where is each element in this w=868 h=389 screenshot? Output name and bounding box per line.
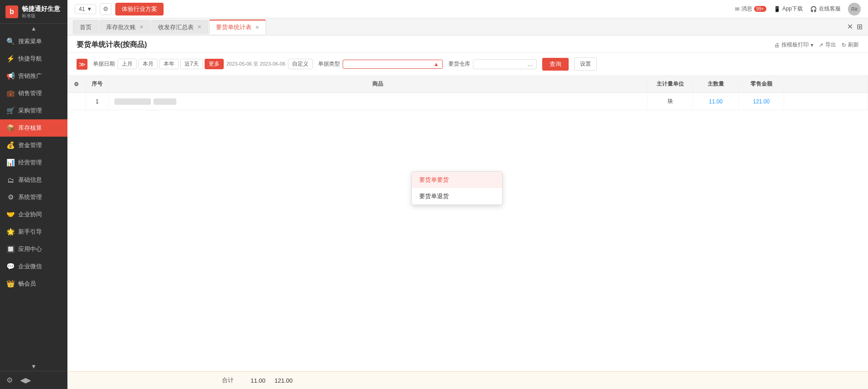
more-dates-button[interactable]: 更多 [205,59,224,69]
col-product-header: 商品 [108,76,647,93]
app-logo-icon: b [5,5,18,18]
page-actions: 🖨 按模板打印 ▾ ↗ 导出 ↻ 刷新 [774,41,859,49]
this-month-button[interactable]: 本月 [139,59,158,69]
sidebar-item-sales[interactable]: 💼 销售管理 [0,85,67,102]
expand-tabs-button[interactable]: ⊞ [857,22,863,31]
newbie-icon: 🌟 [6,228,15,236]
type-input[interactable] [347,61,433,67]
close-all-tabs-button[interactable]: ✕ [847,22,853,31]
messages-button[interactable]: ✉ 消息 99+ [735,5,766,13]
sidebar: b 畅捷通好生意 标准版 ▲ 🔍 搜索菜单 ⚡ 快捷导航 📢 营销推广 💼 销售… [0,0,67,389]
row-amount-cell: 121.00 [739,93,784,110]
export-button[interactable]: ↗ 导出 [819,41,836,49]
wechat-icon: 💬 [6,262,15,271]
last-month-button[interactable]: 上月 [118,59,137,69]
date-shortcuts: 上月 本月 本年 近7天 更多 [118,59,224,69]
col-settings-header[interactable]: ⚙ [67,76,86,93]
app-logo-text: 畅捷通好生意 标准版 [22,5,60,19]
query-button[interactable]: 查询 [542,58,569,71]
type-filter-group: 单据类型 ▲ [318,60,443,69]
type-select[interactable]: ▲ [343,60,443,69]
marketing-icon: 📢 [6,72,15,80]
app-download-button[interactable]: 📱 App下载 [774,5,803,13]
topbar: 41 ▼ ⚙ 体验行业方案 ✉ 消息 99+ 📱 App下载 🎧 在线客服 Ri… [67,0,868,18]
sidebar-item-inventory[interactable]: 📦 库存核算 [0,119,67,137]
col-unit-header: 主计量单位 [647,76,693,93]
sidebar-item-appstore[interactable]: 🔲 应用中心 [0,241,67,258]
tabs-bar: 首页 库存批次账 ✕ 收发存汇总表 ✕ 要货单统计表 ✕ ✕ ⊞ [67,18,868,36]
sidebar-item-newbie[interactable]: 🌟 新手引导 [0,223,67,241]
this-year-button[interactable]: 本年 [159,59,179,69]
custom-date-button[interactable]: 自定义 [288,59,313,69]
finance-icon: 💰 [6,141,15,149]
sidebar-item-basic[interactable]: 🗂 基础信息 [0,171,67,189]
row-unit-cell: 块 [647,93,693,110]
user-avatar[interactable]: Rit [848,3,861,15]
sidebar-toggle-icon[interactable]: ◀▶ [20,376,31,384]
chevron-down-icon: ▾ [811,42,813,48]
filter-expand-button[interactable]: ≫ [77,59,87,70]
table-wrapper: ⚙ 序号 商品 主计量单位 主数量 零售金额 1 [67,76,868,371]
row-no-cell: 1 [86,93,108,110]
close-tab-receive-summary[interactable]: ✕ [197,24,201,30]
sidebar-item-finance[interactable]: 💰 资金管理 [0,137,67,154]
page-header: 要货单统计表(按商品) 🖨 按模板打印 ▾ ↗ 导出 ↻ 刷新 [67,36,868,53]
sidebar-item-marketing[interactable]: 📢 营销推广 [0,67,67,85]
type-dropdown-menu: 要货单要货 要货单退货 [411,171,503,205]
tab-order-stats[interactable]: 要货单统计表 ✕ [209,20,266,34]
dropdown-item-order[interactable]: 要货单要货 [412,172,502,188]
tab-receive-summary[interactable]: 收发存汇总表 ✕ [151,20,208,34]
message-icon: ✉ [735,6,740,12]
sidebar-nav: 🔍 搜索菜单 ⚡ 快捷导航 📢 营销推广 💼 销售管理 🛒 采购管理 📦 库存核… [0,33,67,362]
filter-settings-button[interactable]: 设置 [574,57,597,71]
row-extra-cell [784,93,868,110]
service-icon: 🎧 [810,6,817,12]
store-selector[interactable]: 41 ▼ [75,4,96,14]
col-qty-header: 主数量 [693,76,739,93]
refresh-button[interactable]: ↻ 刷新 [842,41,859,49]
tab-batch-inventory[interactable]: 库存批次账 ✕ [99,20,150,34]
sidebar-item-quick-nav[interactable]: ⚡ 快捷导航 [0,50,67,67]
warehouse-select[interactable]: … [473,59,537,69]
purchase-icon: 🛒 [6,107,15,115]
sidebar-item-operation[interactable]: 📊 经营管理 [0,154,67,171]
footer-label: 合计 [214,376,241,384]
product-placeholder-2 [154,98,176,105]
row-qty-cell: 11.00 [693,93,739,110]
sidebar-item-search[interactable]: 🔍 搜索菜单 [0,33,67,50]
footer-qty: 11.00 [251,377,266,384]
sidebar-scroll-down[interactable]: ▼ [0,362,67,371]
sidebar-item-enterprise[interactable]: 🤝 企业协同 [0,206,67,223]
date-label: 单据日期 [93,60,115,68]
date-range-text: 2023-05-06 至 2023-06-06 [226,61,286,67]
online-service-button[interactable]: 🎧 在线客服 [810,5,841,13]
sidebar-scroll-up[interactable]: ▲ [0,24,67,33]
quick-nav-icon: ⚡ [6,55,15,63]
tab-home[interactable]: 首页 [73,20,98,34]
dropdown-item-return[interactable]: 要货单退货 [412,188,502,205]
table-footer: 合计 11.00 121.00 [67,371,868,389]
appstore-icon: 🔲 [6,245,15,253]
row-product-cell [108,93,647,110]
member-icon: 👑 [6,280,15,288]
filter-bar: ≫ 单据日期 上月 本月 本年 近7天 更多 2023-05-06 至 2023… [67,53,868,76]
warehouse-label: 要货仓库 [448,60,470,68]
close-tab-order-stats[interactable]: ✕ [255,25,259,31]
footer-amount: 121.00 [275,377,293,384]
system-icon: ⚙ [6,193,15,201]
trial-industry-button[interactable]: 体验行业方案 [115,3,164,15]
page-title: 要货单统计表(按商品) [77,40,147,50]
last-7-days-button[interactable]: 近7天 [180,59,203,69]
sidebar-settings-icon[interactable]: ⚙ [6,376,13,384]
sidebar-item-purchase[interactable]: 🛒 采购管理 [0,102,67,119]
sidebar-item-system[interactable]: ⚙ 系统管理 [0,189,67,206]
download-icon: 📱 [774,6,781,12]
print-template-button[interactable]: 🖨 按模板打印 ▾ [774,41,813,49]
export-icon: ↗ [819,42,823,48]
sidebar-item-wechat[interactable]: 💬 企业微信 [0,258,67,275]
sidebar-item-member[interactable]: 👑 畅会员 [0,275,67,292]
type-label: 单据类型 [318,60,340,68]
close-tab-batch-inventory[interactable]: ✕ [139,24,144,30]
warehouse-more-icon: … [527,61,533,67]
topbar-gear-button[interactable]: ⚙ [100,3,112,15]
